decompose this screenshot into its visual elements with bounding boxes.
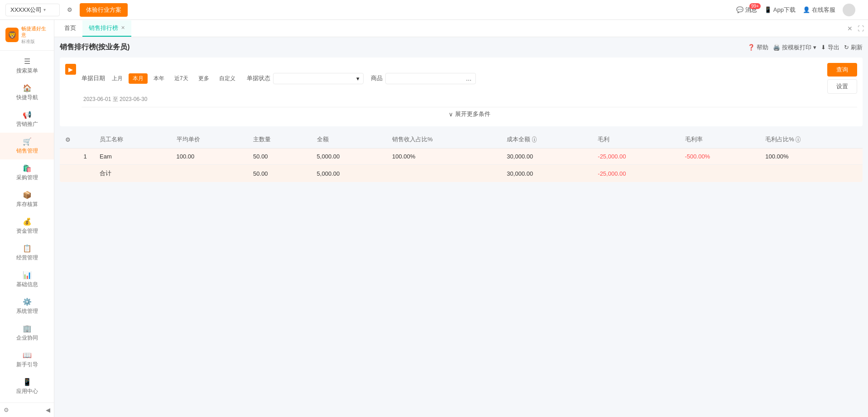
sidebar-item-label: 销售管理	[16, 147, 38, 155]
col-avg-price: 平均单价	[171, 131, 248, 149]
set-button[interactable]: 设置	[827, 79, 857, 94]
sidebar-item-app-center[interactable]: 📱 应用中心	[0, 373, 54, 400]
message-button[interactable]: 💬 消息 99+	[736, 6, 757, 14]
app-download-button[interactable]: 📱 App下载	[764, 6, 796, 14]
top-bar: XXXXX公司 ▾ ⚙ 体验行业方案 💬 消息 99+ 📱 App下载 👤 在线…	[0, 0, 868, 20]
top-right-actions: 💬 消息 99+ 📱 App下载 👤 在线客服	[736, 4, 863, 16]
sidebar-item-enterprise[interactable]: 🏢 企业协同	[0, 320, 54, 346]
sidebar-nav: ☰ 搜索菜单 🏠 快捷导航 📢 营销推广 🛒 销售管理 🛍️ 采购管	[0, 51, 54, 403]
app-container: XXXXX公司 ▾ ⚙ 体验行业方案 💬 消息 99+ 📱 App下载 👤 在线…	[0, 0, 868, 417]
goods-filter-label: 商品	[371, 74, 383, 82]
chevron-down-icon: ▾	[43, 7, 46, 12]
period-this-month[interactable]: 本月	[129, 73, 148, 84]
query-button[interactable]: 查询	[827, 63, 857, 77]
export-button[interactable]: ⬇ 导出	[821, 43, 839, 52]
sidebar-item-finance[interactable]: 💰 资金管理	[0, 213, 54, 240]
period-this-year[interactable]: 本年	[149, 73, 168, 84]
goods-select[interactable]: …	[385, 73, 476, 84]
col-settings[interactable]: ⚙	[60, 131, 76, 149]
tab-home[interactable]: 首页	[58, 20, 82, 37]
app-center-icon: 📱	[23, 378, 32, 386]
footer-gross-pct	[760, 165, 863, 182]
help-button[interactable]: ❓ 帮助	[748, 43, 768, 52]
sidebar-item-guide[interactable]: 📖 新手引导	[0, 346, 54, 373]
company-selector[interactable]: XXXXX公司 ▾	[5, 4, 60, 16]
sidebar-item-system[interactable]: ⚙️ 系统管理	[0, 293, 54, 320]
export-icon: ⬇	[821, 44, 826, 51]
window-close-icon[interactable]: ✕	[846, 25, 854, 32]
print-icon: 🖨️	[773, 44, 780, 51]
goods-filter: 商品 …	[371, 73, 476, 84]
guide-icon: 📖	[23, 351, 32, 359]
col-gross-pct: 毛利占比% i	[760, 131, 863, 149]
brand-sub: 标准版	[21, 38, 48, 45]
sidebar-item-operation[interactable]: 📋 经营管理	[0, 240, 54, 266]
cost-info-icon[interactable]: i	[532, 136, 537, 143]
right-action-panel: 查询 设置	[827, 63, 857, 94]
footer-gross-margin	[680, 165, 760, 182]
trial-button[interactable]: 体验行业方案	[80, 3, 128, 17]
search-order-icon: ☰	[24, 57, 30, 66]
cell-rank: 1	[76, 149, 94, 165]
tab-sales-rank-label: 销售排行榜	[89, 24, 118, 32]
marketing-icon: 📢	[23, 110, 32, 119]
tab-sales-rank[interactable]: 销售排行榜 ✕	[82, 20, 131, 37]
sidebar-item-label: 搜索菜单	[16, 67, 38, 75]
table-container: ⚙ 员工名称 平均单价 主数量 全额 销售收入占比% 成本全额 i 毛利 毛利率	[60, 131, 863, 182]
sidebar-settings-icon[interactable]: ⚙	[4, 407, 9, 413]
period-last-month[interactable]: 上月	[108, 73, 127, 84]
table-body: 1 Eam 100.00 50.00 5,000.00 100.00% 30,0…	[60, 149, 863, 165]
online-service-button[interactable]: 👤 在线客服	[803, 6, 835, 14]
online-service-label: 在线客服	[812, 6, 835, 14]
brand-text-group: 畅捷通好生意 标准版	[21, 25, 48, 45]
sidebar-item-quick-nav[interactable]: 🏠 快捷导航	[0, 79, 54, 106]
footer-qty: 50.00	[248, 165, 312, 182]
cell-amount: 5,000.00	[312, 149, 387, 165]
table-header-row: ⚙ 员工名称 平均单价 主数量 全额 销售收入占比% 成本全额 i 毛利 毛利率	[60, 131, 863, 149]
period-custom[interactable]: 自定义	[215, 73, 240, 84]
refresh-button[interactable]: ↻ 刷新	[844, 43, 863, 52]
footer-cost-amount: 30,000.00	[501, 165, 592, 182]
sidebar-item-marketing[interactable]: 📢 营销推广	[0, 106, 54, 133]
page-header: 销售排行榜(按业务员) ❓ 帮助 🖨️ 按模板打印 ▾ ⬇	[60, 43, 863, 52]
footer-amount: 5,000.00	[312, 165, 387, 182]
period-last-7days[interactable]: 近7天	[170, 73, 192, 84]
export-label: 导出	[828, 43, 839, 52]
basic-icon: 📊	[23, 271, 32, 279]
window-expand-icon[interactable]: ⛶	[857, 25, 864, 32]
sidebar-item-purchase[interactable]: 🛍️ 采购管理	[0, 159, 54, 186]
status-select[interactable]: ▾	[273, 73, 364, 84]
refresh-icon: ↻	[844, 44, 849, 51]
sidebar-item-label: 营销推广	[16, 120, 38, 128]
filter-expand-icon[interactable]: ▶	[65, 64, 76, 75]
app-download-label: App下载	[773, 6, 796, 14]
col-gross-margin: 毛利率	[680, 131, 760, 149]
expand-conditions-button[interactable]: ∨ 展开更多条件	[82, 107, 857, 121]
cell-qty: 50.00	[248, 149, 312, 165]
settings-icon-btn[interactable]: ⚙	[63, 4, 76, 16]
period-more[interactable]: 更多	[194, 73, 213, 84]
footer-settings	[60, 165, 76, 182]
sidebar-item-basic[interactable]: 📊 基础信息	[0, 266, 54, 293]
sidebar-collapse-icon[interactable]: ◀	[46, 407, 50, 413]
operation-icon: 📋	[23, 244, 32, 253]
table-row: 1 Eam 100.00 50.00 5,000.00 100.00% 30,0…	[60, 149, 863, 165]
message-badge: 99+	[749, 3, 761, 9]
sidebar-item-search-order[interactable]: ☰ 搜索菜单	[0, 53, 54, 79]
avatar[interactable]	[843, 4, 855, 16]
print-button[interactable]: 🖨️ 按模板打印 ▾	[773, 43, 816, 52]
sidebar-item-label: 企业协同	[16, 334, 38, 342]
tab-close-icon[interactable]: ✕	[121, 25, 125, 31]
sidebar-bottom: ⚙ ◀	[0, 403, 54, 417]
footer-sales-pct	[387, 165, 501, 182]
sidebar-item-label: 快捷导航	[16, 94, 38, 101]
table-footer-row: 合计 50.00 5,000.00 30,000.00 -25,000.00	[60, 165, 863, 182]
refresh-label: 刷新	[851, 43, 863, 52]
inventory-icon: 📦	[23, 191, 32, 199]
footer-avg-price	[171, 165, 248, 182]
sidebar-item-inventory[interactable]: 📦 库存核算	[0, 186, 54, 213]
gross-pct-info-icon[interactable]: i	[796, 136, 800, 143]
expand-chevron-icon: ∨	[449, 111, 453, 118]
sidebar-item-sales[interactable]: 🛒 销售管理	[0, 133, 54, 159]
col-sales-pct: 销售收入占比%	[387, 131, 501, 149]
